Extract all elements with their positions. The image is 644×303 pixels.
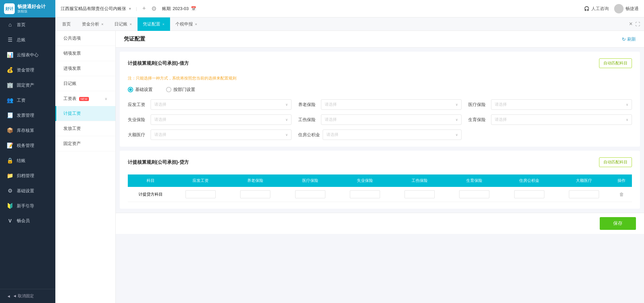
tab-capital-close[interactable]: ×: [101, 22, 103, 26]
select-medical[interactable]: 请选择 ∨: [491, 99, 632, 110]
support-label: 人工咨询: [591, 6, 609, 12]
cancel-fixed-button[interactable]: ◄ ◄ 取消固定: [0, 289, 55, 303]
sidebar-nav: ⌂ 首页 ☰ 总账 📊 云报表中心 💰 资金管理 🏢 固定资产 👥 工资 🧾 发…: [0, 17, 55, 289]
sidebar-item-ledger[interactable]: ☰ 总账: [0, 32, 55, 47]
sidebar-item-inventory[interactable]: 📦 库存核算: [0, 123, 55, 138]
select-big-medical[interactable]: 请选择 ∨: [151, 130, 291, 140]
sidebar-item-salary[interactable]: 👥 工资: [0, 93, 55, 108]
input-apply-salary[interactable]: [185, 190, 216, 198]
company-selector[interactable]: 江西服宝精品有限责任公司内账张 ▼: [61, 6, 132, 12]
radio-dept[interactable]: 按部门设置: [166, 87, 195, 93]
cell-subject-label: 计提贷方科目: [128, 187, 173, 202]
field-big-medical: 大额医疗 请选择 ∨: [128, 130, 291, 140]
tab-expand-button[interactable]: ⛶: [635, 21, 640, 27]
add-company-button[interactable]: +: [141, 5, 147, 12]
sidebar-item-reports[interactable]: 📊 云报表中心: [0, 47, 55, 62]
select-pension[interactable]: 请选择 ∨: [321, 99, 462, 110]
cell-maternity[interactable]: [447, 187, 502, 202]
input-medical[interactable]: [295, 190, 325, 198]
cell-medical[interactable]: [283, 187, 337, 202]
cell-injury[interactable]: [392, 187, 447, 202]
sidebar-item-close[interactable]: 🔒 结账: [0, 153, 55, 168]
save-button[interactable]: 保存: [600, 217, 636, 230]
assets-icon: 🏢: [7, 82, 13, 88]
label-unemployment: 失业保险: [128, 117, 148, 123]
cancel-fixed-label: ◄ 取消固定: [13, 293, 34, 299]
delete-row-button[interactable]: 🗑: [619, 192, 624, 197]
settings-icon: ⚙: [7, 188, 13, 194]
debit-section: 计提核算规则(公司承担)-借方 自动匹配科目 注：只能选择一种方式，系统将按照您…: [120, 52, 640, 147]
main-area: 江西服宝精品有限责任公司内账张 ▼ | + ⚙ 账期 2023-03 📅 🎧 人…: [55, 0, 644, 303]
tab-journal[interactable]: 日记账 ×: [109, 17, 137, 31]
user-menu[interactable]: 畅捷通: [614, 4, 639, 13]
support-button[interactable]: 🎧 人工咨询: [584, 6, 609, 12]
radio-basic[interactable]: 基础设置: [128, 87, 153, 93]
home-icon: ⌂: [7, 22, 13, 28]
tab-voucher-close[interactable]: ×: [162, 22, 164, 26]
col-big-medical: 大额医疗: [556, 174, 611, 187]
sidebar-label-home: 首页: [17, 22, 25, 28]
sub-item-purchase[interactable]: 进项发票: [55, 61, 115, 76]
cell-housing[interactable]: [502, 187, 556, 202]
cell-big-medical[interactable]: [556, 187, 611, 202]
cell-pension[interactable]: [228, 187, 283, 202]
input-housing[interactable]: [514, 190, 544, 198]
sidebar-item-settings[interactable]: ⚙ 基础设置: [0, 183, 55, 198]
col-medical: 医疗保险: [283, 174, 337, 187]
tab-capital-label: 资金分析: [82, 21, 99, 27]
tab-home[interactable]: 首页: [57, 17, 76, 31]
field-pension: 养老保险 请选择 ∨: [298, 99, 462, 110]
sub-item-sales[interactable]: 销项发票: [55, 46, 115, 61]
input-pension[interactable]: [240, 190, 270, 198]
sidebar-item-tax[interactable]: 📝 税务管理: [0, 138, 55, 153]
credit-auto-match-button[interactable]: 自动匹配科目: [599, 157, 632, 167]
sub-item-public[interactable]: 公共选项: [55, 31, 115, 46]
select-housing[interactable]: 请选择 ∨: [323, 130, 462, 140]
topbar-settings-icon[interactable]: ⚙: [151, 5, 157, 12]
select-injury[interactable]: 请选择 ∨: [321, 114, 462, 125]
period-value: 2023-03: [173, 6, 189, 11]
select-arrow-icon: ∨: [455, 118, 458, 121]
refresh-button[interactable]: ↻ 刷新: [622, 36, 636, 42]
select-apply-salary[interactable]: 请选择 ∨: [151, 99, 291, 110]
sidebar-item-home[interactable]: ⌂ 首页: [0, 17, 55, 32]
tab-close-button[interactable]: ×: [629, 20, 633, 28]
sub-item-payment[interactable]: 发放工资: [55, 121, 115, 136]
sidebar-item-archive[interactable]: 📁 归档管理: [0, 168, 55, 183]
select-arrow-icon: ∨: [626, 103, 628, 106]
tab-voucher[interactable]: 凭证配置 ×: [138, 17, 170, 31]
sub-item-journal[interactable]: 日记账: [55, 76, 115, 91]
sidebar-item-invoice[interactable]: 🧾 发票管理: [0, 108, 55, 123]
col-injury: 工伤保险: [392, 174, 447, 187]
cell-unemployment[interactable]: [337, 187, 392, 202]
select-unemployment[interactable]: 请选择 ∨: [151, 114, 291, 125]
input-unemployment[interactable]: [350, 190, 380, 198]
period-selector[interactable]: 账期 2023-03 📅: [162, 6, 196, 12]
cell-apply-salary[interactable]: [173, 187, 228, 202]
input-big-medical[interactable]: [569, 190, 599, 198]
bottom-bar: 保存: [116, 213, 644, 234]
tab-capital[interactable]: 资金分析 ×: [76, 17, 109, 31]
select-maternity[interactable]: 请选择 ∨: [491, 114, 632, 125]
sidebar-item-member[interactable]: V 畅会员: [0, 213, 55, 228]
tab-journal-close[interactable]: ×: [129, 22, 131, 26]
sub-item-accrual[interactable]: 计提工资: [55, 106, 115, 121]
credit-section: 计提核算规则(公司承担)-贷方 自动匹配科目 科目 应发工资 养老保险 医疗保险…: [120, 151, 640, 209]
expand-arrow-icon: ∨: [105, 97, 107, 101]
tabs-actions: × ⛶: [629, 20, 644, 28]
field-medical: 医疗保险 请选择 ∨: [468, 99, 632, 110]
input-maternity[interactable]: [459, 190, 489, 198]
credit-section-title: 计提核算规则(公司承担)-贷方: [128, 159, 189, 165]
tab-tax-close[interactable]: ×: [195, 22, 197, 26]
tab-tax[interactable]: 个税申报 ×: [170, 17, 203, 31]
debit-auto-match-button[interactable]: 自动匹配科目: [599, 58, 632, 68]
sidebar-item-guide[interactable]: 🔰 新手引导: [0, 198, 55, 213]
page-header: 凭证配置 ↻ 刷新: [116, 31, 644, 48]
sidebar-item-assets[interactable]: 🏢 固定资产: [0, 78, 55, 93]
sub-item-fixed-assets[interactable]: 固定资产: [55, 136, 115, 151]
sidebar-item-capital[interactable]: 💰 资金管理: [0, 62, 55, 78]
input-injury[interactable]: [405, 190, 435, 198]
page-title: 凭证配置: [124, 36, 145, 43]
sidebar-label-close: 结账: [17, 158, 25, 164]
sub-item-salary-table[interactable]: 工资表 NEW ∨: [55, 91, 115, 106]
